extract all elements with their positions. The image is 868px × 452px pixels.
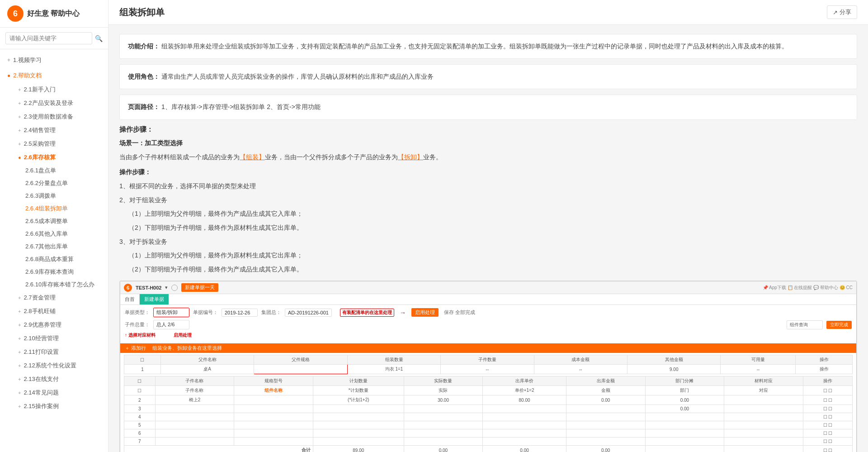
th-sub-qty: 子件数量 xyxy=(441,355,534,365)
step2-2: （2）下部明细为子件明细，最终作为原材料生成其它出库单。 xyxy=(128,222,857,234)
scenario-desc: 当由多个子件材料组装成一个成品的业务为【组装】业务，当由一个父件拆分成多个子产品… xyxy=(119,151,857,163)
th-avail-qty: 可用量 xyxy=(721,355,796,365)
step3-1: （1）上部明细为父件明细，最终作为原材料生成其它出库单； xyxy=(128,249,857,262)
table-row: 2 椅上2 (*计划1+2) 30.00 80.00 0.00 0.00 xyxy=(124,395,853,405)
app-name: 好生意 帮助中心 xyxy=(27,9,80,19)
ops-title: 操作步骤： xyxy=(119,125,857,134)
th-cost-amt: 成本金额 xyxy=(534,355,627,365)
sidebar-item-2-8[interactable]: + 2.8手机旺铺 xyxy=(11,305,108,318)
sim-logo: 6 xyxy=(124,284,132,292)
plus-icon-2-9: + xyxy=(18,322,21,328)
sidebar-item-2-1[interactable]: + 2.1新手入门 xyxy=(11,83,108,96)
annotation3: 组装业务、拆卸业务在这里选择 xyxy=(152,345,222,352)
plus-icon-2-2: + xyxy=(18,100,21,106)
sidebar-item-video[interactable]: + 1.视频学习 xyxy=(0,53,108,67)
sidebar-item-help[interactable]: ● 2.帮助文档 xyxy=(0,68,108,83)
sidebar-item-2-6-3[interactable]: 2.6.3调拨单 xyxy=(18,190,108,202)
sidebar-item-2-2[interactable]: + 2.2产品安装及登录 xyxy=(11,96,108,110)
sim-tab-home[interactable]: 自首 xyxy=(120,294,140,305)
subnav-2-6: 2.6.1盘点单 2.6.2分量盘点单 2.6.3调拨单 2.6.4组装拆卸单 … xyxy=(11,164,108,291)
sidebar-item-2-6-4[interactable]: 2.6.4组装拆卸单 xyxy=(18,202,108,215)
sim-type-bar: ＋ 添加行 组装业务、拆卸业务在这里选择 xyxy=(120,343,856,353)
sidebar-item-2-6-9[interactable]: 2.6.9库存账本查询 xyxy=(18,266,108,278)
annotation1: 有装配清单的在这里处理 xyxy=(340,309,394,317)
annotation4: 启用处理 xyxy=(174,332,192,338)
path-text: 1、库存核算->库存管理->组装拆卸单 2、首页->常用功能 xyxy=(161,103,321,110)
sidebar-item-2-10[interactable]: + 2.10经营管理 xyxy=(11,332,108,345)
sidebar-item-2-12[interactable]: + 2.12系统个性化设置 xyxy=(11,359,108,372)
intro-text: 组装拆卸单用来处理企业组装或拆卸等加工业务，支持有固定装配清单的产品加工业务，也… xyxy=(161,43,788,50)
sim-add-row-icon[interactable]: ＋ 添加行 xyxy=(125,345,146,352)
plus-icon-2-3: + xyxy=(18,114,21,119)
sim-doc-no: 2019-12-26 xyxy=(222,309,258,317)
plus-icon-2-1: + xyxy=(18,87,21,92)
sim-topbar-id: TEST-H002 xyxy=(136,285,161,290)
plus-icon-2-12: + xyxy=(18,363,21,368)
scenario-title: 场景一：加工类型选择 xyxy=(119,139,857,147)
sidebar-item-2-9[interactable]: + 2.9优惠券管理 xyxy=(11,318,108,332)
table-row: 1 桌A 均衣 1=1 -- -- 9.00 -- 操作 xyxy=(124,365,853,374)
sidebar-item-2-6-8[interactable]: 2.6.8商品成本重算 xyxy=(18,253,108,266)
sidebar-item-2-11[interactable]: + 2.11打印设置 xyxy=(11,345,108,359)
sim-topbar: 6 TEST-H002 ▾ 新建单据一天 📌 App下载 📋 在线提醒 💬 帮助… xyxy=(120,281,856,294)
sidebar-item-2-13[interactable]: + 2.13在线支付 xyxy=(11,372,108,386)
sim-confirm-btn[interactable]: 立即完成 xyxy=(826,321,852,329)
plus-icon-2-7: + xyxy=(18,295,21,300)
step3-2: （2）下部明细为子件明细，最终作为产成品生成其它入库单。 xyxy=(128,263,857,276)
step3: 3、对于拆装业务 xyxy=(119,236,857,248)
sidebar-item-2-6-1[interactable]: 2.6.1盘点单 xyxy=(18,164,108,177)
table-row: ☐ 子件名称 组件名称 *计划数量 实际 单价+1=2 金额 部门 对应 ☐ xyxy=(124,386,853,395)
arrow1: → xyxy=(400,309,406,316)
help-subnav: + 2.1新手入门 + 2.2产品安装及登录 + 2.3使用前数据准备 + 2.… xyxy=(0,83,108,413)
th-other-amt: 其他金额 xyxy=(627,355,721,365)
sim-select-material[interactable]: 组件查询 xyxy=(787,320,823,329)
sidebar-item-2-5[interactable]: + 2.5采购管理 xyxy=(11,137,108,151)
sidebar-item-2-14[interactable]: + 2.14常见问题 xyxy=(11,386,108,400)
nav-section-video: + 1.视频学习 xyxy=(0,53,108,67)
link-assemble: 【组装】 xyxy=(240,153,265,161)
table-row: 6 ☐ ☐ xyxy=(124,429,853,438)
sim-lower-table: ☐ 子件名称 规格型号 计划数量 实际数量 出库单价 出库金额 部门分摊 材料对… xyxy=(124,376,853,452)
sim-new-btn[interactable]: 新建单据一天 xyxy=(181,283,218,292)
th-parent-name: 父件名称 xyxy=(160,355,254,365)
sim-tab-new[interactable]: 新建单据 xyxy=(140,294,169,305)
role-block: 使用角色： 通常由生产人员或库管人员完成拆装业务的操作，库管人员确认原材料的出库… xyxy=(119,64,857,89)
sim-launch-btn[interactable]: 启用处理 xyxy=(411,308,439,317)
plus-icon-2-8: + xyxy=(18,309,21,314)
sidebar-item-2-6-10[interactable]: 2.6.10库存账本错了怎么办 xyxy=(18,278,108,291)
table-row: 7 ☐ ☐ xyxy=(124,438,853,446)
sidebar-item-2-15[interactable]: + 2.15操作案例 xyxy=(11,400,108,413)
sidebar-item-2-6[interactable]: ● 2.6库存核算 xyxy=(11,151,108,164)
nav-section-help: ● 2.帮助文档 + 2.1新手入门 + 2.2产品安装及登录 + 2.3使用前… xyxy=(0,68,108,413)
sidebar-item-2-6-2[interactable]: 2.6.2分量盘点单 xyxy=(18,177,108,190)
sidebar-item-2-7[interactable]: + 2.7资金管理 xyxy=(11,291,108,305)
sim-form-row-2: 子件总量： 总人 2/6 组件查询 立即完成 xyxy=(125,320,852,329)
sidebar-item-2-3[interactable]: + 2.3使用前数据准备 xyxy=(11,110,108,124)
sidebar-item-2-6-6[interactable]: 2.6.6其他入库单 xyxy=(18,228,108,240)
sidebar-nav: + 1.视频学习 ● 2.帮助文档 + 2.1新手入门 + 2.2产品安装及登录 xyxy=(0,49,108,452)
sim-sub-table-area: ☐ 子件名称 规格型号 计划数量 实际数量 出库单价 出库金额 部门分摊 材料对… xyxy=(120,376,856,452)
plus-icon-2-11: + xyxy=(18,349,21,355)
sim-doc-type[interactable]: 组装/拆卸 xyxy=(153,308,189,317)
sim-total: 总人 2/6 xyxy=(153,320,189,329)
spec-input-cell[interactable] xyxy=(254,365,347,374)
step1: 1、根据不同的业务，选择不同单据的类型来处理 xyxy=(119,180,857,192)
th-checkbox: ☐ xyxy=(124,355,161,365)
sub-name-cell: 组件名称 xyxy=(234,386,313,395)
annotation2-area: ↑ 选择对应材料 启用处理 xyxy=(125,332,852,338)
sidebar-item-2-6-5[interactable]: 2.6.5成本调整单 xyxy=(18,215,108,228)
sidebar-item-2-4[interactable]: + 2.4销售管理 xyxy=(11,124,108,137)
logo-icon: 6 xyxy=(7,5,24,22)
sim-upper-table: ☐ 父件名称 父件规格 组装数量 子件数量 成本金额 其他金额 可用量 操作 xyxy=(124,355,853,374)
search-button[interactable]: 🔍 xyxy=(95,35,103,42)
search-input[interactable] xyxy=(5,32,92,44)
sidebar-item-2-6-7[interactable]: 2.6.7其他出库单 xyxy=(18,240,108,253)
main-area: 组装拆卸单 ↗ 分享 功能介绍： 组装拆卸单用来处理企业组装或拆卸等加工业务，支… xyxy=(108,0,868,452)
search-area: 🔍 xyxy=(0,28,108,49)
share-button[interactable]: ↗ 分享 xyxy=(827,5,857,19)
share-icon: ↗ xyxy=(833,9,838,16)
table-row: 5 ☐ ☐ xyxy=(124,421,853,429)
screenshot-container: 6 TEST-H002 ▾ 新建单据一天 📌 App下载 📋 在线提醒 💬 帮助… xyxy=(119,281,857,452)
plus-icon-2-14: + xyxy=(18,390,21,395)
sim-table-area: ☐ 父件名称 父件规格 组装数量 子件数量 成本金额 其他金额 可用量 操作 xyxy=(120,353,856,376)
